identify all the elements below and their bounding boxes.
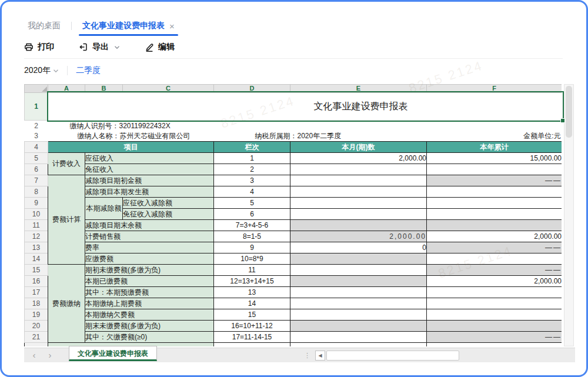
year-value-cell[interactable]: 15,000.00 (427, 153, 562, 164)
lanci-cell[interactable]: 2 (214, 164, 290, 175)
row-header-21[interactable]: 21 (25, 332, 48, 343)
taxpayer-id-cell[interactable]: 缴纳人识别号：320119922432X (48, 121, 562, 131)
select-all-corner[interactable] (25, 85, 48, 93)
year-value-cell[interactable] (427, 298, 562, 309)
row-header-10[interactable]: 10 (25, 209, 48, 220)
row-header-5[interactable]: 5 (25, 153, 48, 164)
row-header-18[interactable]: 18 (25, 298, 48, 309)
column-header-E[interactable]: E (290, 85, 427, 93)
year-value-cell[interactable] (427, 209, 562, 220)
sheet-tab[interactable]: 文化事业建设费申报表 (69, 346, 157, 361)
month-value-cell[interactable] (290, 298, 427, 309)
column-header-A[interactable]: A (48, 85, 85, 93)
tab-declaration-form[interactable]: 文化事业建设费申报表 × (72, 17, 178, 35)
item-label-cell[interactable]: 减除项目期末余额 (85, 220, 214, 231)
item-label-cell[interactable]: 应征收入 (85, 153, 214, 164)
lanci-cell[interactable]: 8=1-5 (214, 231, 290, 242)
taxpayer-name-cell[interactable]: 缴纳人名称：苏州天芯磁业有限公司 纳税所属期：2020年二季度 金额单位:元 (48, 131, 562, 142)
month-value-cell[interactable] (290, 343, 427, 347)
month-value-cell[interactable] (290, 321, 427, 332)
item-label-cell[interactable]: 免征收入减除额 (123, 209, 214, 220)
row-header-17[interactable]: 17 (25, 287, 48, 298)
item-label-cell[interactable]: 本期已缴费额 (85, 276, 214, 287)
tab-my-desktop[interactable]: 我的桌面 (24, 21, 71, 31)
row-header-20[interactable]: 20 (25, 321, 48, 332)
group-cell[interactable]: 计费收入 (48, 153, 85, 175)
lanci-cell[interactable]: 3 (214, 175, 290, 186)
row-header-6[interactable]: 6 (25, 164, 48, 175)
year-value-cell[interactable]: —— (427, 265, 562, 276)
year-value-cell[interactable]: 2,000.00 (427, 276, 562, 287)
item-label-cell[interactable]: 其中：本期预缴费额 (85, 287, 214, 298)
item-label-cell[interactable]: 本期缴纳上期费额 (85, 298, 214, 309)
item-label-cell[interactable]: 本期缴纳欠费额 (85, 309, 214, 321)
item-label-cell[interactable]: 期初未缴费额(多缴为负) (85, 265, 214, 276)
year-value-cell[interactable] (427, 164, 562, 175)
lanci-cell[interactable]: 4 (214, 186, 290, 198)
row-header-22[interactable] (25, 343, 48, 347)
row-header-8[interactable]: 8 (25, 186, 48, 198)
row-header-7[interactable]: 7 (25, 175, 48, 186)
column-header-C[interactable]: C (123, 85, 214, 93)
column-header-D[interactable]: D (214, 85, 290, 93)
year-value-cell[interactable] (427, 343, 562, 347)
lanci-cell[interactable] (214, 343, 290, 347)
close-icon[interactable]: × (169, 21, 175, 31)
month-value-cell[interactable] (290, 287, 427, 298)
row-header-13[interactable]: 13 (25, 242, 48, 253)
subgroup-cell[interactable]: 本期减除额 (85, 198, 123, 220)
year-value-cell[interactable]: —— (427, 332, 562, 343)
lanci-cell[interactable]: 7=3+4-5-6 (214, 220, 290, 231)
month-value-cell[interactable] (290, 164, 427, 175)
lanci-cell[interactable]: 16=10+11-12 (214, 321, 290, 332)
year-value-cell[interactable] (427, 186, 562, 198)
item-label-cell[interactable]: 免征收入 (85, 164, 214, 175)
item-label-cell[interactable]: 减除项目本期发生额 (85, 186, 214, 198)
row-header-11[interactable]: 11 (25, 220, 48, 231)
edit-button[interactable]: 编辑 (145, 42, 175, 52)
month-value-cell[interactable] (290, 265, 427, 276)
year-value-cell[interactable]: —— (427, 175, 562, 186)
month-value-cell[interactable]: 2,000.00 (290, 231, 427, 242)
month-value-cell[interactable] (290, 332, 427, 343)
month-value-cell[interactable] (290, 253, 427, 265)
row-header-1[interactable]: 1 (25, 93, 48, 121)
print-button[interactable]: 打印 (24, 42, 54, 52)
year-value-cell[interactable] (427, 287, 562, 298)
year-value-cell[interactable] (427, 321, 562, 332)
vertical-scrollbar-thumb[interactable] (566, 86, 572, 138)
item-label-cell[interactable]: 期末未缴费额(多缴为负) (85, 321, 214, 332)
hscroll-left-button[interactable]: ◀ (315, 351, 325, 361)
lanci-cell[interactable]: 6 (214, 209, 290, 220)
month-value-cell[interactable] (290, 276, 427, 287)
year-value-cell[interactable] (427, 253, 562, 265)
row-header-4[interactable]: 4 (25, 142, 48, 153)
year-value-cell[interactable] (427, 198, 562, 209)
export-button[interactable]: 导出 (79, 42, 120, 52)
quarter-link[interactable]: 二季度 (76, 65, 101, 76)
group-cell[interactable]: 费额计算 (48, 175, 85, 265)
item-label-cell[interactable]: 应征收入减除额 (123, 198, 214, 209)
month-value-cell[interactable] (290, 220, 427, 231)
item-label-cell[interactable]: 其中：欠缴费额(≥0) (85, 332, 214, 343)
horizontal-scrollbar[interactable] (326, 351, 459, 361)
month-value-cell[interactable] (290, 309, 427, 321)
row-header-15[interactable]: 15 (25, 265, 48, 276)
form-title-cell[interactable]: 文化事业建设费申报表 (48, 93, 562, 121)
month-value-cell[interactable]: 2,000.00 (290, 153, 427, 164)
row-header-16[interactable]: 16 (25, 276, 48, 287)
row-header-9[interactable]: 9 (25, 198, 48, 209)
lanci-cell[interactable]: 17=11-14-15 (214, 332, 290, 343)
lanci-cell[interactable]: 12=13+14+15 (214, 276, 290, 287)
item-label-cell[interactable]: 费率 (85, 242, 214, 253)
lanci-cell[interactable]: 11 (214, 265, 290, 276)
row-header-19[interactable]: 19 (25, 309, 48, 321)
sheet-next-button[interactable]: › (44, 349, 56, 362)
row-header-2[interactable]: 2 (25, 121, 48, 131)
item-label-cell[interactable]: 减除项目期初金额 (85, 175, 214, 186)
year-value-cell[interactable] (427, 220, 562, 231)
month-value-cell[interactable] (290, 186, 427, 198)
year-select[interactable]: 2020年 (24, 65, 59, 76)
month-value-cell[interactable]: 0 (290, 242, 427, 253)
lanci-cell[interactable]: 10=8*9 (214, 253, 290, 265)
